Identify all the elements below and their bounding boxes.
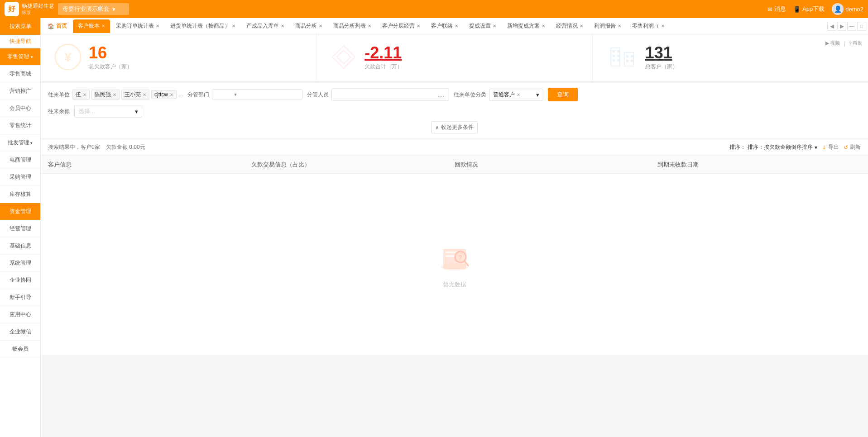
refresh-button[interactable]: ↺ 刷新 bbox=[844, 143, 861, 151]
stat-helpers: ▶ 视频 | ? 帮助 bbox=[825, 40, 863, 47]
sidebar-item-vip[interactable]: 畅会员 bbox=[0, 341, 40, 358]
sidebar-item-marketing[interactable]: 营销推广 bbox=[0, 83, 40, 100]
category-filter-group: 往来单位分类 普通客户 ✕ ▾ bbox=[454, 89, 543, 101]
sidebar-search[interactable]: 搜索菜单 bbox=[0, 18, 40, 35]
staff-select[interactable]: ... bbox=[331, 88, 449, 101]
balance-select[interactable]: 选择... ▾ bbox=[74, 105, 142, 118]
sidebar-item-wholesale[interactable]: 批发管理 ▾ bbox=[0, 134, 40, 152]
sidebar-item-fund[interactable]: 资金管理 bbox=[0, 203, 40, 220]
tab-close-segment[interactable]: ✕ bbox=[417, 24, 420, 28]
sidebar-item-system[interactable]: 系统管理 bbox=[0, 255, 40, 272]
tab-customer-accounts[interactable]: 客户账本 ✕ bbox=[73, 19, 110, 33]
unit-filter-tags: 伍 ✕ 陈民强 ✕ 王小亮 ✕ bbox=[72, 90, 183, 100]
tab-close-profit[interactable]: ✕ bbox=[618, 24, 621, 28]
unit-tag-cjttcw-close[interactable]: ✕ bbox=[170, 92, 173, 97]
tab-customer-segment[interactable]: 客户分层经营 ✕ bbox=[377, 19, 425, 33]
sidebar-item-enterprise-wechat[interactable]: 企业微信 bbox=[0, 323, 40, 341]
message-button[interactable]: ✉ 消息 bbox=[767, 5, 786, 13]
stat-overdue-amount: -2.11 欠款合计（万） bbox=[317, 34, 592, 81]
unit-tag-wu: 伍 ✕ bbox=[72, 90, 90, 100]
svg-rect-5 bbox=[624, 52, 633, 66]
category-dropdown-icon: ▾ bbox=[536, 91, 539, 98]
sidebar-item-new-guide[interactable]: 新手引导 bbox=[0, 289, 40, 306]
sidebar-item-enterprise-coop[interactable]: 企业协同 bbox=[0, 272, 40, 289]
stat-icon-diamond bbox=[330, 43, 357, 71]
overdue-amount-label: 欠款合计（万） bbox=[364, 63, 403, 71]
filter-row-1: 往来单位 伍 ✕ 陈民强 ✕ 王小亮 bbox=[48, 88, 861, 101]
tab-next-button[interactable]: ▶ bbox=[837, 22, 846, 31]
tab-close-retail[interactable]: ✕ bbox=[661, 24, 665, 28]
tab-close-new-promotion[interactable]: ✕ bbox=[542, 24, 545, 28]
unit-more-button[interactable]: ... bbox=[178, 91, 183, 98]
sidebar-item-member[interactable]: 会员中心 bbox=[0, 100, 40, 117]
tab-customer-contact[interactable]: 客户联络 ✕ bbox=[426, 19, 463, 33]
tab-product-analysis[interactable]: 商品分析 ✕ bbox=[290, 19, 327, 33]
tab-close-contact[interactable]: ✕ bbox=[455, 24, 458, 28]
sidebar-item-retail-management[interactable]: 零售管理 ▾ bbox=[0, 48, 40, 66]
video-help-button[interactable]: ▶ 视频 bbox=[825, 40, 840, 47]
query-button[interactable]: 查询 bbox=[548, 88, 578, 101]
sidebar-item-ecommerce[interactable]: 电商管理 bbox=[0, 152, 40, 169]
user-avatar-button[interactable]: 👤 demo2 bbox=[832, 3, 863, 15]
category-tag-close[interactable]: ✕ bbox=[517, 92, 520, 97]
sidebar-fast-nav[interactable]: 快捷导航 bbox=[0, 35, 40, 48]
collapse-button[interactable]: ∧ 收起更多条件 bbox=[431, 121, 478, 133]
tab-close-product-list[interactable]: ✕ bbox=[368, 24, 371, 28]
unit-filter-group: 往来单位 伍 ✕ 陈民强 ✕ 王小亮 bbox=[48, 90, 183, 100]
help-button[interactable]: ? 帮助 bbox=[849, 40, 863, 47]
dept-select[interactable]: ▾ bbox=[212, 89, 302, 100]
account-dropdown[interactable]: 母婴行业演示帐套 ▾ bbox=[58, 3, 129, 15]
svg-rect-15 bbox=[631, 60, 633, 62]
tab-close-business[interactable]: ✕ bbox=[580, 24, 583, 28]
balance-placeholder: 选择... bbox=[78, 107, 95, 115]
unit-tag-wang-close[interactable]: ✕ bbox=[143, 92, 146, 97]
main-content: 🏠 首页 客户账本 ✕ 采购订单统计表 ✕ 进货单统计表（按商品） ✕ 产成品入… bbox=[41, 18, 868, 437]
export-button[interactable]: ⤓ 导出 bbox=[822, 143, 839, 151]
search-result-text: 搜索结果中，客户0家 bbox=[48, 144, 100, 150]
sidebar-item-inventory[interactable]: 库存核算 bbox=[0, 186, 40, 203]
svg-rect-8 bbox=[613, 55, 615, 57]
total-customers-value: 131 bbox=[645, 45, 678, 61]
svg-rect-13 bbox=[631, 55, 633, 57]
tab-prev-button[interactable]: ◀ bbox=[827, 22, 836, 31]
sort-select[interactable]: 排序： 排序：按欠款金额倒序排序 ▾ bbox=[729, 143, 817, 151]
tab-minimize-button[interactable]: — bbox=[847, 22, 856, 31]
logo-icon: 好 bbox=[5, 2, 19, 16]
tab-retail-profit[interactable]: 零售利润（ ✕ bbox=[627, 19, 670, 33]
results-bar: 搜索结果中，客户0家 欠款金额 0.00元 排序： 排序：按欠款金额倒序排序 ▾… bbox=[41, 140, 868, 155]
col-overdue-trade: 欠款交易信息（占比） bbox=[251, 161, 455, 169]
tab-maximize-button[interactable]: □ bbox=[857, 22, 866, 31]
tab-profit-report[interactable]: 利润报告 ✕ bbox=[589, 19, 626, 33]
sidebar-item-retail-stats[interactable]: 零售统计 bbox=[0, 117, 40, 134]
app-download-button[interactable]: 📱 App下载 bbox=[793, 5, 825, 13]
sidebar-item-purchase[interactable]: 采购管理 bbox=[0, 169, 40, 186]
dept-dropdown-icon: ▾ bbox=[234, 91, 237, 98]
tab-close-purchase[interactable]: ✕ bbox=[156, 24, 159, 28]
collapse-row: ∧ 收起更多条件 bbox=[48, 121, 861, 133]
empty-text: 暂无数据 bbox=[443, 280, 466, 289]
sidebar-item-retail-mall[interactable]: 零售商城 bbox=[0, 66, 40, 83]
tab-purchase-order[interactable]: 采购订单统计表 ✕ bbox=[111, 19, 164, 33]
col-overdue-date: 到期未收款日期 bbox=[657, 161, 861, 169]
tab-business-status[interactable]: 经营情况 ✕ bbox=[551, 19, 588, 33]
tab-close-promotion[interactable]: ✕ bbox=[493, 24, 496, 28]
svg-rect-19 bbox=[445, 255, 455, 257]
tab-cost-inbound[interactable]: 产成品入库单 ✕ bbox=[241, 19, 289, 33]
unit-tag-chen-close[interactable]: ✕ bbox=[113, 92, 116, 97]
tab-inbound-stats[interactable]: 进货单统计表（按商品） ✕ bbox=[165, 19, 240, 33]
sidebar-item-app-center[interactable]: 应用中心 bbox=[0, 306, 40, 323]
tab-close-product[interactable]: ✕ bbox=[319, 24, 322, 28]
tab-new-promotion[interactable]: 新增提成方案 ✕ bbox=[502, 19, 550, 33]
sidebar-item-operation[interactable]: 经营管理 bbox=[0, 220, 40, 238]
tab-close-cost[interactable]: ✕ bbox=[281, 24, 284, 28]
staff-dots[interactable]: ... bbox=[438, 90, 445, 99]
unit-tag-wu-close[interactable]: ✕ bbox=[83, 92, 86, 97]
sidebar-item-basic-info[interactable]: 基础信息 bbox=[0, 238, 40, 255]
tab-home[interactable]: 🏠 首页 bbox=[43, 19, 72, 33]
category-select[interactable]: 普通客户 ✕ ▾ bbox=[489, 89, 543, 101]
tab-product-analysis-list[interactable]: 商品分析列表 ✕ bbox=[328, 19, 376, 33]
tab-close-customer-accounts[interactable]: ✕ bbox=[101, 24, 105, 28]
tab-promotion-settings[interactable]: 提成设置 ✕ bbox=[464, 19, 501, 33]
sort-arrow-icon: ▾ bbox=[815, 144, 817, 151]
tab-close-inbound[interactable]: ✕ bbox=[232, 24, 235, 28]
